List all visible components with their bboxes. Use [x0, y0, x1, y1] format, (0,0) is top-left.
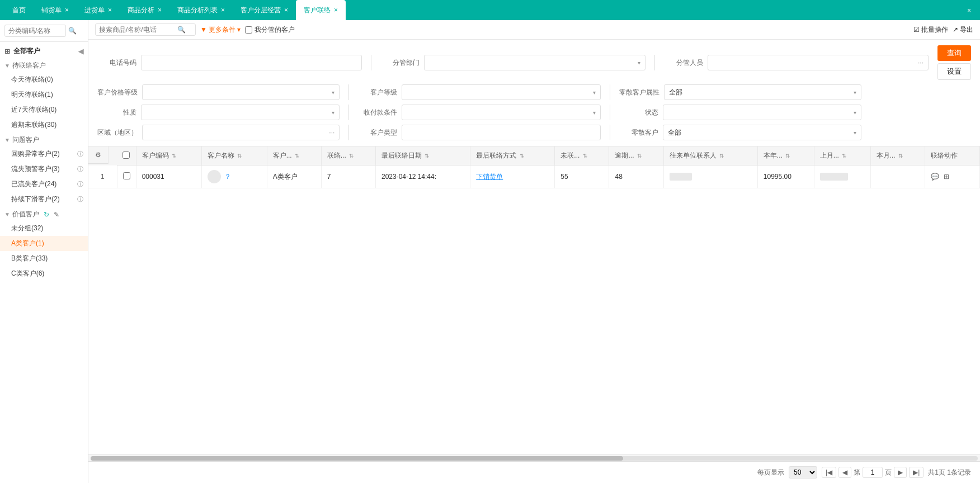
sidebar-item-class-b[interactable]: B类客户(33)	[0, 251, 88, 266]
next-page-button[interactable]: ▶	[894, 467, 907, 478]
nav-tab-customer-contact[interactable]: 客户联络 ×	[296, 0, 346, 20]
my-customers-checkbox[interactable]: 我分管的客户	[245, 25, 295, 35]
nav-tab-customer-tier-close[interactable]: ×	[284, 6, 288, 14]
sort-icon-lmonth[interactable]: ⇅	[842, 153, 846, 159]
filter-retail-customer-input[interactable]: 全部 ▾	[663, 125, 861, 140]
sidebar-item-today-contact[interactable]: 今天待联络(0)	[0, 72, 88, 87]
nav-tab-sales[interactable]: 销货单 ×	[34, 0, 77, 20]
edit-icon[interactable]: ✎	[54, 211, 59, 219]
filter-customer-level-input[interactable]: ▾	[402, 84, 600, 100]
sort-icon-method[interactable]: ⇅	[520, 153, 524, 159]
last-contact-method[interactable]: 下销货单	[476, 173, 503, 181]
pending-contact-label[interactable]: ▼ 待联络客户	[0, 58, 88, 72]
table-header-gear[interactable]: ⚙	[88, 146, 109, 164]
filter-retail-attr-input[interactable]: 全部 ▾	[664, 84, 861, 100]
last-page-button[interactable]: ▶|	[909, 467, 924, 478]
more-icon[interactable]: ⊞	[944, 173, 949, 181]
filter-price-level: 客户价格等级 ▾	[97, 84, 340, 100]
arrow-down-icon3: ▼	[4, 211, 10, 217]
sort-icon-type[interactable]: ⇅	[295, 153, 299, 159]
scrollbar-track[interactable]	[91, 456, 978, 461]
sidebar-item-churn-warning[interactable]: 流失预警客户(3) ⓘ	[0, 162, 88, 177]
filter-person-label: 分管人员	[664, 58, 703, 68]
customer-name[interactable]: ？	[224, 172, 231, 182]
filter-person-input[interactable]: ···	[708, 55, 929, 70]
sidebar: 🔍 ⊞ 全部客户 ◀ ▼ 待联络客户 今天待联络(0) 明天待联络(1) 近7天…	[0, 20, 88, 483]
sidebar-search-area: 🔍	[0, 20, 88, 42]
nav-tab-analysis[interactable]: 商品分析 ×	[120, 0, 169, 20]
sort-icon-overdue[interactable]: ⇅	[637, 153, 642, 159]
sort-icon-date[interactable]: ⇅	[425, 153, 429, 159]
scrollbar-thumb[interactable]	[91, 456, 623, 461]
filter-payment-label: 收付款条件	[358, 108, 397, 117]
refresh-icon[interactable]: ↻	[44, 211, 49, 219]
search-icon[interactable]: 🔍	[177, 26, 186, 34]
more-filters-button[interactable]: ▼ 更多条件 ▾	[200, 25, 241, 35]
nav-tab-analysis-list-label: 商品分析列表	[177, 6, 218, 15]
batch-op-button[interactable]: ☑ 批量操作	[913, 25, 948, 35]
query-button[interactable]: 查询	[937, 45, 971, 61]
sidebar-search-input[interactable]	[4, 25, 66, 37]
sidebar-search-icon[interactable]: 🔍	[68, 27, 77, 35]
sidebar-item-churned[interactable]: 已流失客户(24) ⓘ	[0, 177, 88, 192]
sidebar-item-tomorrow-contact[interactable]: 明天待联络(1)	[0, 87, 88, 102]
sidebar-item-7day-contact[interactable]: 近7天待联络(0)	[0, 102, 88, 117]
nav-tab-analysis-close[interactable]: ×	[158, 6, 162, 14]
filter-nature-input[interactable]: ▾	[141, 105, 340, 120]
nav-tab-purchase-close[interactable]: ×	[108, 6, 112, 14]
select-all-checkbox[interactable]	[123, 151, 130, 159]
export-button[interactable]: ↗ 导出	[953, 25, 973, 35]
page-size-select[interactable]: 50 100 200	[789, 466, 817, 479]
settings-button[interactable]: 设置	[937, 63, 971, 80]
message-icon[interactable]: 💬	[931, 173, 939, 181]
export-icon: ↗	[953, 26, 958, 34]
customer-name-cell: ？	[201, 165, 267, 188]
value-customer-label[interactable]: ▼ 价值客户 ↻ ✎	[0, 207, 88, 221]
filter-phone-input[interactable]	[141, 55, 362, 70]
filter-status-input[interactable]: ▾	[663, 105, 861, 120]
first-page-button[interactable]: |◀	[822, 467, 836, 478]
sort-icon-contact[interactable]: ⇅	[349, 153, 354, 159]
close-all-button[interactable]: ×	[963, 5, 976, 15]
gear-icon[interactable]: ⚙	[95, 151, 101, 159]
sort-icon-year[interactable]: ⇅	[785, 153, 790, 159]
row-checkbox-cell[interactable]	[117, 165, 136, 188]
my-customers-check[interactable]	[245, 26, 252, 34]
sidebar-item-class-a[interactable]: A类客户(1)	[0, 236, 88, 251]
dropdown-arrow-retail2: ▾	[854, 130, 856, 136]
table-header-code: 客户编码 ⇅	[136, 146, 201, 165]
filter-price-level-input[interactable]: ▾	[142, 84, 340, 100]
nav-tab-customer-tier[interactable]: 客户分层经营 ×	[233, 0, 296, 20]
prev-page-button[interactable]: ◀	[838, 467, 851, 478]
page-nav: |◀ ◀ 第 页 ▶ ▶|	[822, 467, 924, 478]
sidebar-item-abnormal-repurchase[interactable]: 回购异常客户(2) ⓘ	[0, 146, 88, 162]
nav-tab-analysis-list[interactable]: 商品分析列表 ×	[169, 0, 233, 20]
page-number-input[interactable]	[863, 467, 883, 478]
sidebar-item-class-c[interactable]: C类客户(6)	[0, 266, 88, 281]
nav-tab-analysis-list-close[interactable]: ×	[221, 6, 225, 14]
all-customers-header[interactable]: ⊞ 全部客户 ◀	[0, 42, 88, 58]
sort-icon-uncontacted[interactable]: ⇅	[583, 153, 587, 159]
nav-tab-purchase-label: 进货单	[84, 6, 105, 15]
filter-dept-input[interactable]: ▾	[424, 55, 645, 70]
sort-icon-tmonth[interactable]: ⇅	[898, 153, 903, 159]
problem-customer-label[interactable]: ▼ 问题客户	[0, 132, 88, 146]
row-checkbox[interactable]	[123, 172, 130, 179]
sidebar-collapse-icon[interactable]: ◀	[78, 48, 83, 55]
nav-tab-home[interactable]: 首页	[4, 0, 34, 20]
table-header-checkbox[interactable]	[117, 146, 136, 165]
sidebar-item-overdue-contact[interactable]: 逾期未联络(30)	[0, 117, 88, 132]
nav-tab-customer-contact-close[interactable]: ×	[334, 6, 338, 14]
filter-customer-type-input[interactable]	[402, 125, 600, 140]
filter-payment-input[interactable]: ▾	[402, 105, 600, 120]
sort-icon-contacts[interactable]: ⇅	[719, 153, 724, 159]
nav-tab-sales-close[interactable]: ×	[65, 6, 69, 14]
sort-icon-name[interactable]: ⇅	[237, 153, 242, 159]
horizontal-scrollbar[interactable]	[88, 454, 980, 461]
search-input[interactable]	[99, 26, 177, 34]
sort-icon-code[interactable]: ⇅	[172, 153, 176, 159]
nav-tab-purchase[interactable]: 进货单 ×	[77, 0, 120, 20]
filter-region-input[interactable]: ···	[142, 125, 340, 140]
sidebar-item-unclassified[interactable]: 未分组(32)	[0, 221, 88, 236]
sidebar-item-declining[interactable]: 持续下滑客户(2) ⓘ	[0, 192, 88, 207]
